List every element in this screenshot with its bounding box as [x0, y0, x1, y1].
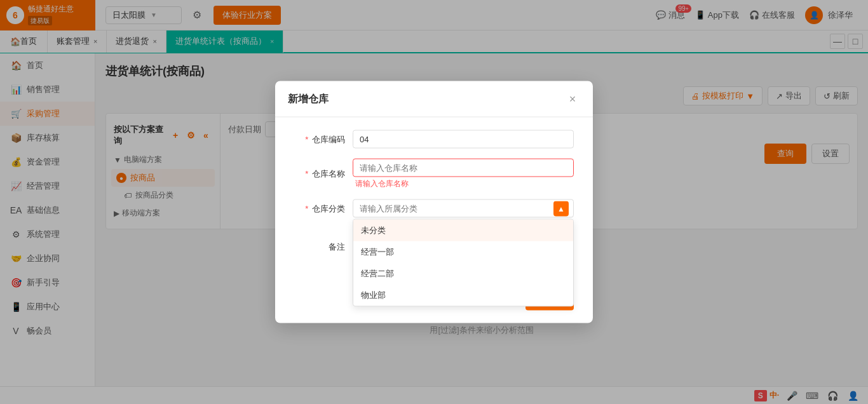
warehouse-name-input[interactable]: [353, 159, 574, 177]
add-warehouse-modal: 新增仓库 × * 仓库编码 * 仓库名称 请输入仓库名称: [275, 81, 593, 323]
name-label: * 仓库名称: [294, 168, 345, 180]
category-dropdown-list: 未分类 经营一部 经营二部 物业部: [353, 219, 574, 307]
modal-body: * 仓库编码 * 仓库名称 请输入仓库名称 * 仓库分类 ▲: [275, 118, 593, 289]
code-label: * 仓库编码: [294, 133, 345, 145]
category-input[interactable]: [353, 199, 574, 218]
category-dropdown-wrap: ▲ 未分类 经营一部 经营二部 物业部: [353, 199, 574, 218]
close-x-icon: ×: [569, 92, 576, 105]
modal-close-button[interactable]: ×: [565, 91, 580, 107]
dropdown-option-ops1[interactable]: 经营一部: [353, 241, 573, 263]
warehouse-code-input[interactable]: [353, 130, 574, 149]
category-label: * 仓库分类: [294, 203, 345, 214]
remark-label: 备注: [294, 241, 345, 253]
warehouse-category-row: * 仓库分类 ▲ 未分类 经营一部 经营二部 物业部: [294, 199, 574, 218]
dropdown-option-ops2[interactable]: 经营二部: [353, 263, 573, 285]
dropdown-option-uncategorized[interactable]: 未分类: [353, 220, 573, 241]
name-field-wrap: 请输入仓库名称: [353, 159, 574, 189]
dropdown-option-property[interactable]: 物业部: [353, 285, 573, 306]
warehouse-name-row: * 仓库名称 请输入仓库名称: [294, 159, 574, 189]
warehouse-code-row: * 仓库编码: [294, 130, 574, 149]
modal-title: 新增仓库: [288, 92, 329, 105]
name-error-msg: 请输入仓库名称: [355, 178, 574, 189]
modal-header: 新增仓库 ×: [275, 81, 593, 118]
category-dropdown-toggle[interactable]: ▲: [553, 201, 569, 216]
